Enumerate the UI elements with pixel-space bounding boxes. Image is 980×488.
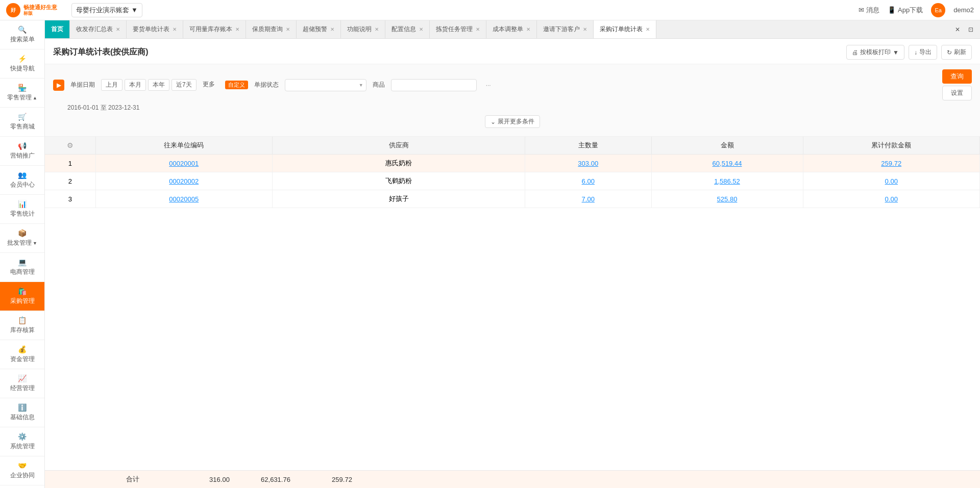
column-settings-icon[interactable]: ⚙ bbox=[67, 141, 74, 149]
tab-home[interactable]: 首页 bbox=[45, 20, 70, 38]
tab-cost-adjust[interactable]: 成本调整单 ✕ bbox=[486, 20, 537, 38]
col-header-settings[interactable]: ⚙ bbox=[45, 137, 95, 155]
retail-icon: 🏪 bbox=[18, 84, 27, 92]
tab-close-receive-summary[interactable]: ✕ bbox=[116, 27, 120, 32]
tab-close-pick-task[interactable]: ✕ bbox=[476, 27, 480, 32]
qty-link-1[interactable]: 303.00 bbox=[578, 160, 598, 167]
tab-receive-summary[interactable]: 收发存汇总表 ✕ bbox=[70, 20, 127, 38]
workspace-selector[interactable]: 母婴行业演示账套 ▼ bbox=[71, 3, 142, 17]
tab-overstock-warning[interactable]: 超储预警 ✕ bbox=[297, 20, 341, 38]
date-btn-7days[interactable]: 近7天 bbox=[172, 79, 197, 91]
paid-link-3[interactable]: 0.00 bbox=[885, 195, 898, 203]
export-button[interactable]: ↓ 导出 bbox=[909, 45, 937, 60]
sidebar-item-wholesale[interactable]: 📦 批发管理 ▼ bbox=[0, 224, 44, 253]
query-button[interactable]: 查询 bbox=[942, 69, 972, 84]
tab-purchase-order-summary[interactable]: 采购订单统计表 ✕ bbox=[594, 20, 656, 38]
qty-link-2[interactable]: 6.00 bbox=[582, 177, 595, 185]
tab-fullscreen-btn[interactable]: ⊡ bbox=[966, 24, 976, 35]
status-label: 单据状态 bbox=[254, 81, 279, 89]
cell-amount-2[interactable]: 1,586.52 bbox=[651, 172, 803, 190]
sidebar-item-stock-check[interactable]: 📋 库存核算 bbox=[0, 311, 44, 340]
refresh-button[interactable]: ↻ 刷新 bbox=[941, 45, 972, 60]
date-more-btn[interactable]: 更多 bbox=[199, 79, 219, 91]
tab-order-summary[interactable]: 要货单统计表 ✕ bbox=[127, 20, 183, 38]
sidebar-item-purchase[interactable]: 🛍️ 采购管理 bbox=[0, 282, 44, 311]
tab-close-invite-downstream[interactable]: ✕ bbox=[583, 27, 587, 32]
cell-code-2[interactable]: 00020002 bbox=[95, 172, 273, 190]
date-btn-this-year[interactable]: 本年 bbox=[148, 79, 169, 91]
settings-button[interactable]: 设置 bbox=[942, 86, 972, 100]
tab-close-function-desc[interactable]: ✕ bbox=[375, 27, 379, 32]
table-row: 3 00020005 好孩子 7.00 525.80 0.00 bbox=[45, 190, 980, 208]
sidebar-item-search[interactable]: 🔍 搜索菜单 bbox=[0, 20, 44, 49]
chevron-down-small-icon: ⌄ bbox=[491, 118, 496, 125]
tab-close-config-info[interactable]: ✕ bbox=[419, 27, 423, 32]
cell-code-3[interactable]: 00020005 bbox=[95, 190, 273, 208]
cell-paid-3[interactable]: 0.00 bbox=[803, 190, 980, 208]
qty-link-3[interactable]: 7.00 bbox=[582, 195, 595, 203]
total-row: 合计 316.00 62,631.76 259.72 bbox=[45, 471, 980, 488]
cell-qty-3[interactable]: 7.00 bbox=[525, 190, 652, 208]
user-avatar[interactable]: Ea bbox=[931, 3, 945, 17]
stats-icon: 📊 bbox=[18, 200, 27, 208]
expand-more-button[interactable]: ⌄ 展开更多条件 bbox=[485, 115, 540, 128]
tab-close-expiry-query[interactable]: ✕ bbox=[286, 27, 290, 32]
tab-close-usable-stock[interactable]: ✕ bbox=[235, 27, 239, 32]
status-select[interactable] bbox=[285, 79, 366, 91]
message-icon: ✉ bbox=[859, 6, 864, 14]
amount-link-1[interactable]: 60,519.44 bbox=[713, 160, 742, 167]
tab-function-desc[interactable]: 功能说明 ✕ bbox=[341, 20, 385, 38]
goods-more-btn[interactable]: ··· bbox=[483, 80, 494, 91]
tab-expiry-query[interactable]: 保质期查询 ✕ bbox=[246, 20, 297, 38]
date-btn-last-month[interactable]: 上月 bbox=[101, 79, 122, 91]
print-button[interactable]: 🖨 按模板打印 ▼ bbox=[846, 45, 904, 60]
amount-link-2[interactable]: 1,586.52 bbox=[714, 177, 740, 185]
tab-close-purchase-order-summary[interactable]: ✕ bbox=[646, 27, 650, 32]
amount-link-3[interactable]: 525.80 bbox=[717, 195, 738, 203]
tab-usable-stock[interactable]: 可用量库存账本 ✕ bbox=[183, 20, 246, 38]
tab-pick-task[interactable]: 拣货任务管理 ✕ bbox=[430, 20, 486, 38]
goods-label: 商品 bbox=[373, 81, 385, 89]
sidebar-item-retail-stats[interactable]: 📊 零售统计 bbox=[0, 195, 44, 224]
sidebar-item-marketing[interactable]: 📢 营销推广 bbox=[0, 137, 44, 166]
sidebar-item-new-guide[interactable]: 🎯 新手引导 bbox=[0, 485, 44, 488]
sidebar-item-enterprise-collab[interactable]: 🤝 企业协同 bbox=[0, 456, 44, 485]
filter-expand-button[interactable]: ▶ bbox=[53, 80, 64, 91]
sidebar-item-ecommerce[interactable]: 💻 电商管理 bbox=[0, 253, 44, 282]
tab-close-all-btn[interactable]: ✕ bbox=[952, 24, 963, 35]
user-name[interactable]: demo2 bbox=[953, 6, 974, 14]
sidebar-item-retail-mgmt[interactable]: 🏪 零售管理 ▲ bbox=[0, 79, 44, 108]
sidebar-item-quick-nav[interactable]: ⚡ 快捷导航 bbox=[0, 49, 44, 79]
sidebar-item-ops[interactable]: 📈 经营管理 bbox=[0, 369, 44, 398]
tab-invite-downstream[interactable]: 邀请下游客户 ✕ bbox=[537, 20, 594, 38]
main-layout: 🔍 搜索菜单 ⚡ 快捷导航 🏪 零售管理 ▲ 🛒 零售商城 📢 营销推广 👥 会… bbox=[0, 20, 980, 488]
sidebar-item-system[interactable]: ⚙️ 系统管理 bbox=[0, 427, 44, 456]
message-btn[interactable]: ✉ 消息 bbox=[859, 6, 879, 15]
sidebar-item-member[interactable]: 👥 会员中心 bbox=[0, 166, 44, 195]
date-btn-this-month[interactable]: 本月 bbox=[125, 79, 146, 91]
code-link-1[interactable]: 00020001 bbox=[169, 160, 199, 167]
tab-close-order-summary[interactable]: ✕ bbox=[173, 27, 177, 32]
sidebar-item-retail-shop[interactable]: 🛒 零售商城 bbox=[0, 108, 44, 137]
content-area: 首页 收发存汇总表 ✕ 要货单统计表 ✕ 可用量库存账本 ✕ 保质期查询 ✕ 超… bbox=[45, 20, 980, 488]
cell-paid-1[interactable]: 259.72 bbox=[803, 155, 980, 172]
cell-code-1[interactable]: 00020001 bbox=[95, 155, 273, 172]
app-download-btn[interactable]: 📱 App下载 bbox=[888, 6, 923, 15]
table-footer: 合计 316.00 62,631.76 259.72 bbox=[45, 470, 980, 488]
code-link-3[interactable]: 00020005 bbox=[169, 195, 199, 203]
tab-close-overstock-warning[interactable]: ✕ bbox=[330, 27, 334, 32]
sidebar-item-basic-info[interactable]: ℹ️ 基础信息 bbox=[0, 398, 44, 427]
cell-amount-3[interactable]: 525.80 bbox=[651, 190, 803, 208]
cell-qty-2[interactable]: 6.00 bbox=[525, 172, 652, 190]
goods-input[interactable] bbox=[391, 79, 477, 91]
cell-paid-2[interactable]: 0.00 bbox=[803, 172, 980, 190]
tab-close-cost-adjust[interactable]: ✕ bbox=[526, 27, 530, 32]
tab-config-info[interactable]: 配置信息 ✕ bbox=[385, 20, 430, 38]
paid-link-2[interactable]: 0.00 bbox=[885, 177, 898, 185]
sidebar-item-fund[interactable]: 💰 资金管理 bbox=[0, 340, 44, 369]
cell-supplier-2: 飞鹤奶粉 bbox=[273, 172, 525, 190]
paid-link-1[interactable]: 259.72 bbox=[881, 160, 901, 167]
code-link-2[interactable]: 00020002 bbox=[169, 177, 199, 185]
cell-qty-1[interactable]: 303.00 bbox=[525, 155, 652, 172]
cell-amount-1[interactable]: 60,519.44 bbox=[651, 155, 803, 172]
